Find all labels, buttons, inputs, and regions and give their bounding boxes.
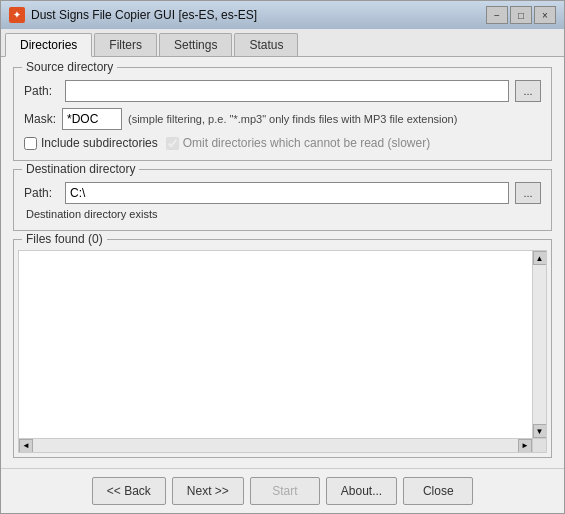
horizontal-scrollbar[interactable]: ◄ ► (19, 438, 532, 452)
mask-input[interactable] (62, 108, 122, 130)
include-subdirectories-item: Include subdirectories (24, 136, 158, 150)
about-button[interactable]: About... (326, 477, 397, 505)
source-path-label: Path: (24, 84, 59, 98)
minimize-button[interactable]: − (486, 6, 508, 24)
title-bar-left: ✦ Dust Signs File Copier GUI [es-ES, es-… (9, 7, 257, 23)
next-button[interactable]: Next >> (172, 477, 244, 505)
destination-group: Destination directory Path: ... Destinat… (13, 169, 552, 231)
files-list[interactable]: ▲ ▼ ◄ ► (18, 250, 547, 453)
scroll-down-button[interactable]: ▼ (533, 424, 547, 438)
destination-path-input[interactable] (65, 182, 509, 204)
scroll-left-button[interactable]: ◄ (19, 439, 33, 453)
source-path-input[interactable] (65, 80, 509, 102)
source-group: Source directory Path: ... Mask: (simple… (13, 67, 552, 161)
destination-status: Destination directory exists (24, 208, 541, 220)
omit-directories-label: Omit directories which cannot be read (s… (183, 136, 430, 150)
destination-path-label: Path: (24, 186, 59, 200)
back-button[interactable]: << Back (92, 477, 166, 505)
source-group-label: Source directory (22, 60, 117, 74)
tab-bar: Directories Filters Settings Status (1, 29, 564, 57)
maximize-button[interactable]: □ (510, 6, 532, 24)
scroll-right-button[interactable]: ► (518, 439, 532, 453)
source-path-row: Path: ... (24, 80, 541, 102)
files-group: Files found (0) ▲ ▼ ◄ ► (13, 239, 552, 458)
tab-filters[interactable]: Filters (94, 33, 157, 56)
tab-directories[interactable]: Directories (5, 33, 92, 57)
scroll-track-v[interactable] (533, 265, 546, 424)
tab-status[interactable]: Status (234, 33, 298, 56)
bottom-bar: << Back Next >> Start About... Close (1, 468, 564, 513)
close-button[interactable]: Close (403, 477, 473, 505)
window-title: Dust Signs File Copier GUI [es-ES, es-ES… (31, 8, 257, 22)
main-content: Source directory Path: ... Mask: (simple… (1, 57, 564, 468)
tab-settings[interactable]: Settings (159, 33, 232, 56)
source-browse-button[interactable]: ... (515, 80, 541, 102)
title-buttons: − □ × (486, 6, 556, 24)
scroll-up-button[interactable]: ▲ (533, 251, 547, 265)
destination-browse-button[interactable]: ... (515, 182, 541, 204)
title-bar: ✦ Dust Signs File Copier GUI [es-ES, es-… (1, 1, 564, 29)
main-window: ✦ Dust Signs File Copier GUI [es-ES, es-… (0, 0, 565, 514)
files-group-label: Files found (0) (22, 232, 107, 246)
destination-path-row: Path: ... (24, 182, 541, 204)
omit-directories-checkbox (166, 137, 179, 150)
mask-row: Mask: (simple filtering, p.e. "*.mp3" on… (24, 108, 541, 130)
mask-hint: (simple filtering, p.e. "*.mp3" only fin… (128, 113, 457, 125)
include-subdirectories-checkbox[interactable] (24, 137, 37, 150)
scroll-track-h[interactable] (33, 439, 518, 452)
checkbox-row: Include subdirectories Omit directories … (24, 136, 541, 150)
include-subdirectories-label[interactable]: Include subdirectories (41, 136, 158, 150)
omit-directories-item: Omit directories which cannot be read (s… (166, 136, 430, 150)
mask-label: Mask: (24, 112, 56, 126)
vertical-scrollbar[interactable]: ▲ ▼ (532, 251, 546, 438)
close-window-button[interactable]: × (534, 6, 556, 24)
destination-group-label: Destination directory (22, 162, 139, 176)
app-icon: ✦ (9, 7, 25, 23)
start-button[interactable]: Start (250, 477, 320, 505)
scrollbar-corner (532, 438, 546, 452)
